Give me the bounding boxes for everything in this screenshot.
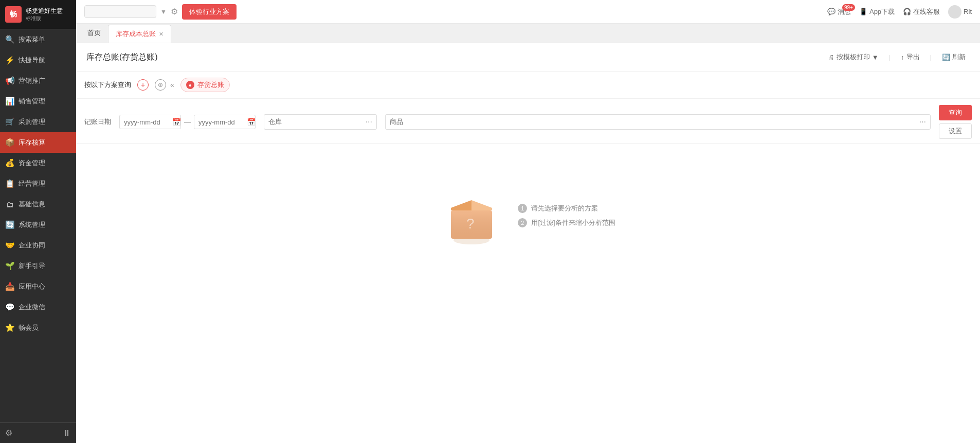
purchase-icon: 🛒 [5,117,14,127]
calendar-end-icon[interactable]: 📅 [247,118,256,126]
topbar: ▼ ⚙ 体验行业方案 💬 消息 99+ 📱 App下载 🎧 在线客服 Rit [76,0,980,24]
tab-inventory-label: 库存成本总账 [116,29,156,39]
inventory-icon: 📦 [5,138,14,147]
topbar-left: ▼ ⚙ 体验行业方案 [84,4,237,20]
sidebar-item-coop[interactable]: 🤝 企业协同 [0,235,76,256]
sidebar-item-member[interactable]: ⭐ 畅会员 [0,317,76,338]
username-label: Rit [964,8,972,15]
hint-text-2: 用[过滤]条件来缩小分析范围 [531,218,615,227]
topbar-gear-icon[interactable]: ⚙ [171,7,178,16]
sidebar-label-system: 系统管理 [19,220,45,229]
hint-num-1: 1 [518,204,527,213]
sidebar-label-shortcut: 快捷导航 [19,56,45,65]
sales-icon: 📊 [5,97,14,106]
sidebar-item-guide[interactable]: 🌱 新手引导 [0,256,76,276]
sidebar-item-marketing[interactable]: 📢 营销推广 [0,70,76,91]
date-end-input[interactable] [198,118,245,126]
warehouse-label: 仓库 [268,117,282,127]
sidebar-item-shortcut[interactable]: ⚡ 快捷导航 [0,50,76,70]
empty-illustration: ? [441,185,502,246]
topbar-nav-input[interactable] [84,5,156,18]
online-service-button[interactable]: 🎧 在线客服 [903,7,940,16]
tab-close-icon[interactable]: ✕ [159,31,164,38]
print-button[interactable]: 🖨 按模板打印 ▼ [824,50,883,64]
guide-icon: 🌱 [5,261,14,271]
refresh-label: 刷新 [952,52,966,62]
settings-icon[interactable]: ⚙ [5,428,12,438]
apps-icon: 📥 [5,282,14,291]
app-download-button[interactable]: 📱 App下载 [859,7,895,16]
warehouse-more-icon[interactable]: ··· [366,117,372,127]
date-end-wrapper[interactable]: 📅 [194,115,256,129]
empty-state: ? 1 请先选择要分析的方案 2 用[过滤]条件来缩小分析范围 [76,144,980,288]
shortcut-icon: ⚡ [5,56,14,65]
sidebar-footer: ⚙ ⏸ [0,422,76,443]
logo-icon: 畅 [5,6,22,23]
sidebar-label-basic: 基础信息 [19,200,45,209]
action-divider2: | [930,54,932,61]
date-range: 📅 — 📅 [119,115,256,129]
sidebar-item-system[interactable]: 🔄 系统管理 [0,215,76,235]
sidebar-label-guide: 新手引导 [19,261,45,271]
product-selector[interactable]: 商品 ··· [385,114,931,130]
form-buttons: 查询 设置 [939,105,972,139]
query-button[interactable]: 查询 [939,105,972,120]
tab-home-label: 首页 [87,28,101,38]
coop-icon: 🤝 [5,241,14,250]
export-label: 导出 [906,52,920,62]
sidebar-item-purchase[interactable]: 🛒 采购管理 [0,112,76,132]
message-icon: 💬 [827,8,836,15]
user-profile[interactable]: Rit [948,5,972,19]
sidebar-label-sales: 销售管理 [19,97,45,106]
refresh-button[interactable]: 🔄 刷新 [938,50,970,64]
sidebar-item-wechat[interactable]: 💬 企业微信 [0,297,76,317]
sidebar-item-sales[interactable]: 📊 销售管理 [0,91,76,112]
search-icon: 🔍 [5,35,14,44]
date-start-input[interactable] [124,118,170,126]
scheme-tag[interactable]: ● 存货总账 [180,78,230,92]
sidebar-label-purchase: 采购管理 [19,117,45,127]
settings-button[interactable]: 设置 [939,123,972,139]
sidebar-item-inventory[interactable]: 📦 库存核算 [0,132,76,153]
operation-icon: 📋 [5,179,14,188]
collapse-icon[interactable]: ⏸ [63,429,71,438]
system-icon: 🔄 [5,220,14,229]
app-name: 畅捷通好生意 [26,7,63,15]
industry-solution-button[interactable]: 体验行业方案 [182,4,237,20]
action-divider: | [889,54,891,61]
page-title: 库存总账(存货总账) [86,52,158,63]
sidebar-item-operation[interactable]: 📋 经营管理 [0,173,76,194]
warehouse-selector[interactable]: 仓库 ··· [264,114,377,130]
filter-add-button[interactable]: + [137,79,149,91]
calendar-start-icon[interactable]: 📅 [172,118,181,126]
filter-bar: 按以下方案查询 + ⊕ « ● 存货总账 [76,72,980,99]
print-dropdown-icon[interactable]: ▼ [872,54,879,61]
sidebar-item-search[interactable]: 🔍 搜索菜单 [0,29,76,50]
filter-scheme-button[interactable]: ⊕ [155,79,166,91]
app-version: 标准版 [26,15,63,22]
print-label: 按模板打印 [837,52,870,62]
sidebar-label-member: 畅会员 [19,323,39,332]
tab-home[interactable]: 首页 [80,24,108,43]
empty-hints: 1 请先选择要分析的方案 2 用[过滤]条件来缩小分析范围 [518,204,615,227]
sidebar-navigation: 🔍 搜索菜单 ⚡ 快捷导航 📢 营销推广 📊 销售管理 🛒 采购管理 📦 库存核… [0,29,76,422]
sidebar-label-wechat: 企业微信 [19,303,45,312]
main-area: ▼ ⚙ 体验行业方案 💬 消息 99+ 📱 App下载 🎧 在线客服 Rit [76,0,980,443]
export-button[interactable]: ↑ 导出 [897,50,924,64]
svg-marker-3 [471,200,492,210]
app-logo: 畅 畅捷通好生意 标准版 [0,0,76,29]
sidebar-item-finance[interactable]: 💰 资金管理 [0,153,76,173]
tab-inventory-ledger[interactable]: 库存成本总账 ✕ [108,25,171,43]
sidebar-label-marketing: 营销推广 [19,76,45,85]
topbar-chevron-icon[interactable]: ▼ [160,8,167,15]
filter-collapse-icon[interactable]: « [170,81,174,89]
sidebar-item-basic[interactable]: 🗂 基础信息 [0,194,76,215]
sidebar-label-apps: 应用中心 [19,282,45,291]
date-start-wrapper[interactable]: 📅 [119,115,181,129]
product-more-icon[interactable]: ··· [919,117,926,127]
content-area: 库存总账(存货总账) 🖨 按模板打印 ▼ | ↑ 导出 | 🔄 刷新 [76,43,980,443]
scheme-name: 存货总账 [197,80,224,90]
headset-icon: 🎧 [903,8,911,15]
message-button[interactable]: 💬 消息 99+ [827,7,851,16]
sidebar-item-apps[interactable]: 📥 应用中心 [0,276,76,297]
